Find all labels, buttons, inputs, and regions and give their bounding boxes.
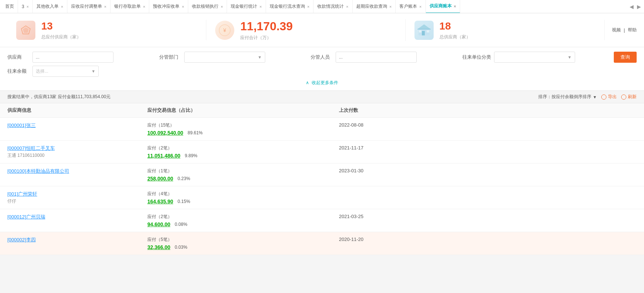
col-header-last-payment: 上次付数 <box>339 107 637 114</box>
tx-title-4: 应付（2笔） <box>147 214 339 220</box>
svg-rect-9 <box>427 30 429 32</box>
tx-amount-0[interactable]: 100,092,540.00 <box>147 130 183 136</box>
top-navigation: 首页3×其他收入单×应收应付调整单×银行存取款单×预收冲应收单×收款核销执行×现… <box>0 0 644 13</box>
filter-item-person: 分管人员 <box>311 52 456 63</box>
tx-percent-2: 0.23% <box>178 176 190 181</box>
dept-select[interactable]: ▼ <box>184 52 265 63</box>
tx-percent-1: 9.89% <box>185 153 197 158</box>
table-row: [001]广州荣轩仔仔应付（4笔）164,635.900.15% <box>0 186 644 209</box>
tx-percent-0: 89.61% <box>188 130 203 135</box>
tx-amount-5[interactable]: 32,366.00 <box>147 244 170 250</box>
category-select[interactable]: ▼ <box>494 52 575 63</box>
supplier-link-4[interactable]: [000012]广州贝瑞 <box>7 214 45 220</box>
results-right: 排序：按应付余额倒序排序 ▼ 导出 刷新 <box>538 94 637 100</box>
table-header: 供应商信息 应付交易信息（占比） 上次付数 <box>0 103 644 118</box>
close-tab-cash-stat[interactable]: × <box>259 4 262 9</box>
close-tab-collect-stat[interactable]: × <box>346 4 348 9</box>
last-payment-date-2: 2023-01-30 <box>339 168 364 173</box>
category-arrow-icon: ▼ <box>568 55 572 59</box>
transaction-info-4: 应付（2笔）94,600.000.08% <box>147 214 339 227</box>
last-payment-0: 2022-08-08 <box>339 122 637 128</box>
summary-card-1: 13 总应付供应商（家） <box>7 20 206 40</box>
last-payment-5: 2020-11-20 <box>339 237 637 242</box>
nav-tab-overdue[interactable]: 超期应收款查询× <box>353 0 396 13</box>
tx-title-5: 应付（5笔） <box>147 237 339 243</box>
summary-label-3: 总供应商（家） <box>440 34 470 40</box>
close-tab-adjustment[interactable]: × <box>104 4 106 9</box>
supplier-info-0: [000001]张三 <box>7 122 147 129</box>
refresh-button[interactable]: 刷新 <box>621 94 637 100</box>
supplier-link-5[interactable]: [000002]李四 <box>7 237 36 242</box>
col-header-transaction: 应付交易信息（占比） <box>147 107 339 114</box>
balance-arrow-icon: ▼ <box>91 69 95 73</box>
nav-tab-other-income[interactable]: 其他收入单× <box>33 0 67 13</box>
supplier-link-3[interactable]: [001]广州荣轩 <box>7 191 37 197</box>
close-tab-cash-flow[interactable]: × <box>307 4 309 9</box>
nav-arrow-right[interactable]: ▶ <box>635 0 643 13</box>
supplier-link-1[interactable]: [000007]恒旺二手叉车 <box>7 145 55 151</box>
video-link[interactable]: 视频 <box>612 27 621 33</box>
supplier-label: 供应商 <box>7 54 29 61</box>
dept-label: 分管部门 <box>159 54 181 61</box>
table-row: [000001]张三应付（15笔）100,092,540.0089.61%202… <box>0 118 644 141</box>
table-body: [000001]张三应付（15笔）100,092,540.0089.61%202… <box>0 118 644 255</box>
last-payment-date-5: 2020-11-20 <box>339 237 364 242</box>
nav-arrow-left[interactable]: ◀ <box>628 0 635 13</box>
sort-select[interactable]: 排序：按应付余额倒序排序 ▼ <box>538 94 597 100</box>
nav-tab-supplier-book[interactable]: 供应商账本× <box>426 0 460 13</box>
nav-tab-tab3[interactable]: 3× <box>18 0 33 13</box>
summary-label-1: 总应付供应商（家） <box>41 34 81 40</box>
nav-tab-customer-book[interactable]: 客户账本× <box>396 0 426 13</box>
nav-tab-collect-stat[interactable]: 收款情况统计× <box>314 0 352 13</box>
summary-number-2: 11,170.39 <box>240 19 293 33</box>
supplier-sub-1: 王通 17106110000 <box>7 152 147 159</box>
export-button[interactable]: 导出 <box>601 94 617 100</box>
nav-tab-pre-receive[interactable]: 预收冲应收单× <box>149 0 188 13</box>
close-tab-overdue[interactable]: × <box>389 4 392 9</box>
supplier-sub-3: 仔仔 <box>7 198 147 204</box>
filter-item-balance: 往来余额 选择... ▼ <box>7 66 118 77</box>
supplier-info-3: [001]广州荣轩仔仔 <box>7 191 147 204</box>
query-button[interactable]: 查询 <box>614 52 637 63</box>
collapse-label: 收起更多条件 <box>312 80 338 85</box>
balance-select[interactable]: 选择... ▼ <box>32 66 99 77</box>
collapse-bar[interactable]: ∧ 收起更多条件 <box>306 79 338 87</box>
category-label: 往来单位分类 <box>462 54 491 61</box>
transaction-info-0: 应付（15笔）100,092,540.0089.61% <box>147 122 339 136</box>
table-row: [000007]恒旺二手叉车王通 17106110000应付（2笔）11,051… <box>0 141 644 163</box>
tx-title-2: 应付（1笔） <box>147 168 339 174</box>
tx-amount-1[interactable]: 11,051,486.00 <box>147 153 181 159</box>
tx-amount-4[interactable]: 94,600.00 <box>147 221 170 227</box>
filter-item-category: 往来单位分类 ▼ <box>462 52 608 63</box>
close-tab-pre-receive[interactable]: × <box>182 4 184 9</box>
svg-rect-7 <box>422 31 425 35</box>
person-input[interactable] <box>336 52 417 63</box>
close-tab-bank-deposit[interactable]: × <box>143 4 145 9</box>
close-tab-tab3[interactable]: × <box>27 4 29 9</box>
supplier-input[interactable] <box>32 52 113 63</box>
supplier-link-0[interactable]: [000001]张三 <box>7 123 36 128</box>
table-area: 供应商信息 应付交易信息（占比） 上次付数 [000001]张三应付（15笔）1… <box>0 103 644 255</box>
table-row: [000100]本特勤油品有限公司应付（1笔）258,000.000.23%20… <box>0 163 644 186</box>
help-link[interactable]: 帮助 <box>628 27 637 33</box>
nav-tab-cash-stat[interactable]: 现金银行统计× <box>227 0 266 13</box>
store-icon <box>414 21 434 40</box>
col-header-supplier: 供应商信息 <box>7 107 147 114</box>
nav-tab-bank-deposit[interactable]: 银行存取款单× <box>111 0 149 13</box>
close-tab-other-income[interactable]: × <box>61 4 63 9</box>
refresh-label: 刷新 <box>628 94 637 100</box>
close-tab-supplier-book[interactable]: × <box>454 4 456 8</box>
summary-number-1: 13 <box>41 20 81 32</box>
supplier-link-2[interactable]: [000100]本特勤油品有限公司 <box>7 168 69 174</box>
tx-amount-2[interactable]: 258,000.00 <box>147 176 173 182</box>
nav-tab-adjustment[interactable]: 应收应付调整单× <box>67 0 111 13</box>
close-tab-customer-book[interactable]: × <box>419 4 421 9</box>
supplier-info-5: [000002]李四 <box>7 237 147 243</box>
nav-tab-home[interactable]: 首页 <box>1 0 18 13</box>
tx-amount-3[interactable]: 164,635.90 <box>147 199 173 204</box>
nav-tab-cash-flow[interactable]: 现金银行流水查询× <box>266 0 314 13</box>
nav-tab-collection[interactable]: 收款核销执行× <box>188 0 227 13</box>
supplier-info-4: [000012]广州贝瑞 <box>7 214 147 220</box>
svg-marker-6 <box>417 24 431 29</box>
close-tab-collection[interactable]: × <box>221 4 223 9</box>
